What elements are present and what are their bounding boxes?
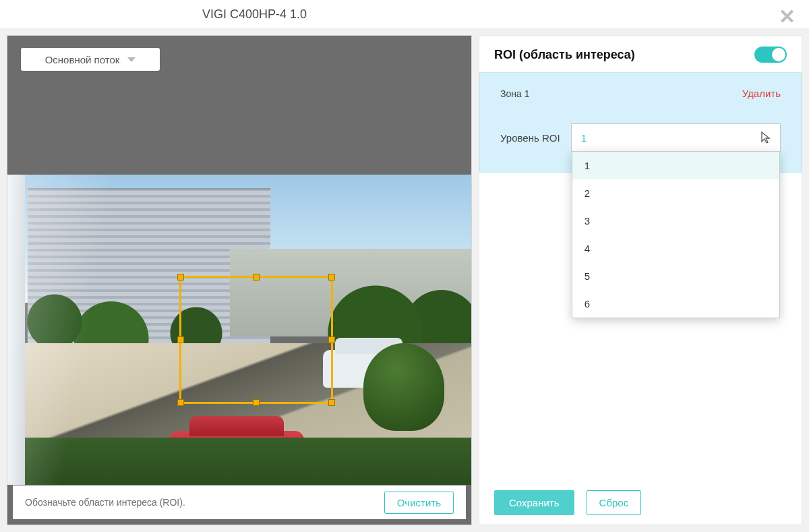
toggle-knob xyxy=(772,48,785,61)
roi-handle-mr[interactable] xyxy=(328,336,335,343)
roi-handle-tc[interactable] xyxy=(253,274,260,280)
roi-level-option[interactable]: 6 xyxy=(572,290,779,318)
zone-name: Зона 1 xyxy=(500,88,529,99)
app-window: VIGI C400HP-4 1.0 ✕ Основной поток xyxy=(0,0,809,532)
close-icon[interactable]: ✕ xyxy=(779,3,796,31)
delete-zone-link[interactable]: Удалить xyxy=(742,88,781,99)
roi-level-label: Уровень ROI xyxy=(500,132,560,144)
reset-button[interactable]: Сброс xyxy=(587,490,642,515)
roi-handle-tr[interactable] xyxy=(328,274,335,280)
roi-level-dropdown[interactable]: 123456 xyxy=(572,151,780,318)
roi-toggle[interactable] xyxy=(754,47,787,63)
roi-level-option[interactable]: 3 xyxy=(572,207,779,235)
roi-settings-panel: ROI (область интереса) Зона 1 Удалить Ур… xyxy=(479,35,802,525)
video-panel: Основной поток xyxy=(7,35,472,525)
roi-handle-br[interactable] xyxy=(328,399,335,406)
roi-selection-rect[interactable] xyxy=(179,276,333,404)
roi-handle-bc[interactable] xyxy=(253,399,260,406)
roi-level-select[interactable]: 1 123456 xyxy=(571,123,781,152)
roi-level-row: Уровень ROI 1 123456 xyxy=(480,106,801,172)
scene-bush xyxy=(363,343,444,431)
roi-heading: ROI (область интереса) xyxy=(494,48,635,62)
zone-block: Зона 1 Удалить Уровень ROI 1 123456 xyxy=(479,72,802,173)
roi-header: ROI (область интереса) xyxy=(479,36,802,72)
roi-handle-tl[interactable] xyxy=(177,274,184,280)
roi-handle-bl[interactable] xyxy=(177,399,184,406)
save-button[interactable]: Сохранить xyxy=(494,490,574,515)
window-title: VIGI C400HP-4 1.0 xyxy=(202,0,307,28)
stream-select[interactable]: Основной поток xyxy=(21,48,160,71)
roi-level-option[interactable]: 2 xyxy=(572,179,779,207)
roi-level-option[interactable]: 1 xyxy=(572,152,779,179)
video-frame[interactable] xyxy=(7,175,471,485)
roi-level-option[interactable]: 4 xyxy=(572,235,779,262)
chevron-down-icon xyxy=(127,57,136,62)
video-bottom-bar: Обозначьте области интереса (ROI). Очист… xyxy=(13,485,466,519)
title-bar: VIGI C400HP-4 1.0 ✕ xyxy=(0,0,809,28)
scene-window-edge xyxy=(7,175,25,485)
clear-button[interactable]: Очистить xyxy=(384,492,454,514)
cursor-icon xyxy=(760,131,773,146)
scene-foliage-bottom xyxy=(7,438,471,485)
panel-footer-buttons: Сохранить Сброс xyxy=(494,490,641,515)
zone-row: Зона 1 Удалить xyxy=(480,73,801,106)
roi-hint-text: Обозначьте области интереса (ROI). xyxy=(25,497,185,508)
body-area: Основной поток xyxy=(0,28,809,532)
stream-select-label: Основной поток xyxy=(45,54,120,65)
roi-level-option[interactable]: 5 xyxy=(572,262,779,290)
roi-handle-ml[interactable] xyxy=(177,336,184,343)
roi-level-value: 1 xyxy=(581,132,587,144)
